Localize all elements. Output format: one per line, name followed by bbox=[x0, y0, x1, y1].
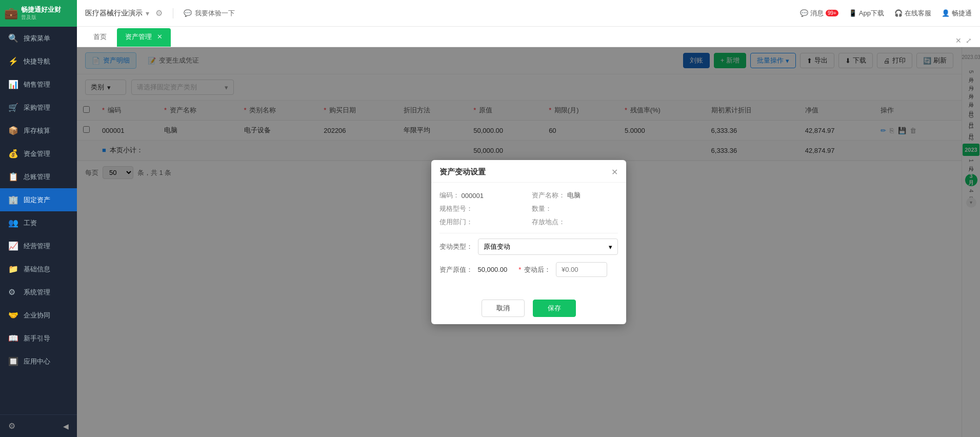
operations-icon: 📈 bbox=[8, 241, 18, 251]
sidebar-item-label: 工资 bbox=[24, 218, 37, 228]
dialog-quantity: 数量： bbox=[532, 204, 618, 213]
app-download-btn[interactable]: 📱 App下载 bbox=[849, 9, 884, 18]
after-change-input[interactable] bbox=[556, 262, 607, 277]
message-btn[interactable]: 💬 消息 99+ bbox=[800, 9, 838, 18]
sidebar-item-enterprise[interactable]: 🤝 企业协同 bbox=[0, 304, 77, 327]
payroll-icon: 👥 bbox=[8, 218, 18, 228]
sidebar-item-label: 新手引导 bbox=[24, 334, 50, 343]
sidebar-header: 💼 畅捷通好业财 普及版 bbox=[0, 0, 77, 27]
sidebar-item-label: 总账管理 bbox=[24, 172, 50, 182]
settings-icon[interactable]: ⚙ bbox=[8, 421, 15, 431]
sidebar-item-label: 库存核算 bbox=[24, 126, 50, 135]
sidebar-item-label: 资金管理 bbox=[24, 149, 50, 158]
user-avatar[interactable]: 👤 畅捷通 bbox=[942, 9, 972, 18]
feedback-btn[interactable]: 💬 我要体验一下 bbox=[184, 9, 235, 18]
original-value-label: 资产原值： bbox=[439, 265, 473, 274]
sidebar-item-finance[interactable]: 💰 资金管理 bbox=[0, 142, 77, 165]
service-icon: 🎧 bbox=[894, 9, 903, 17]
sidebar-item-quicknav[interactable]: ⚡ 快捷导航 bbox=[0, 50, 77, 73]
change-type-select[interactable]: 原值变动 ▾ bbox=[478, 239, 618, 255]
dialog-close-btn[interactable]: ✕ bbox=[611, 167, 618, 177]
app-download-label: App下载 bbox=[859, 9, 884, 18]
company-selector[interactable]: 医疗器械行业演示 ▾ bbox=[85, 9, 149, 18]
cancel-button[interactable]: 取消 bbox=[482, 300, 525, 317]
feedback-icon: 💬 bbox=[184, 9, 192, 17]
change-type-dropdown-icon: ▾ bbox=[609, 243, 612, 251]
sidebar-item-sales[interactable]: 📊 销售管理 bbox=[0, 73, 77, 96]
dialog-info-grid: 编码： 000001 资产名称： 电脑 规格型号： 数量： bbox=[439, 191, 618, 227]
sidebar-item-label: 基础信息 bbox=[24, 265, 50, 274]
sidebar-item-inventory[interactable]: 📦 库存核算 bbox=[0, 119, 77, 142]
service-label: 在线客服 bbox=[905, 9, 931, 18]
sidebar-item-operations[interactable]: 📈 经营管理 bbox=[0, 234, 77, 257]
finance-icon: 💰 bbox=[8, 149, 18, 158]
window-close-icon[interactable]: ✕ bbox=[955, 36, 962, 45]
sidebar-item-label: 应用中心 bbox=[24, 357, 50, 366]
dialog-divider bbox=[439, 233, 618, 233]
sales-icon: 📊 bbox=[8, 80, 18, 89]
topbar-right: 💬 消息 99+ 📱 App下载 🎧 在线客服 👤 畅捷通 bbox=[800, 9, 972, 18]
window-maximize-icon[interactable]: ⤢ bbox=[966, 36, 972, 45]
sidebar-item-guide[interactable]: 📖 新手引导 bbox=[0, 327, 77, 350]
sidebar-item-label: 固定资产 bbox=[24, 195, 50, 205]
quicknav-icon: ⚡ bbox=[8, 56, 18, 66]
topbar-divider bbox=[173, 8, 173, 18]
sidebar-item-label: 企业协同 bbox=[24, 311, 50, 320]
inventory-icon: 📦 bbox=[8, 126, 18, 135]
asset-change-dialog: 资产变动设置 ✕ 编码： 000001 资产名称： 电脑 bbox=[431, 160, 626, 324]
save-button[interactable]: 保存 bbox=[533, 300, 576, 317]
asset-name-value: 电脑 bbox=[567, 191, 581, 200]
settings-gear-icon[interactable]: ⚙ bbox=[155, 8, 163, 18]
tab-home[interactable]: 首页 bbox=[85, 28, 115, 47]
content-area: 📄 资产明细 📝 变更生成凭证 刘账 + 新增 bbox=[77, 47, 980, 437]
topbar: 医疗器械行业演示 ▾ ⚙ 💬 我要体验一下 💬 消息 99+ 📱 App下载 🎧 bbox=[77, 0, 980, 27]
after-label: * 变动后： bbox=[518, 265, 551, 274]
guide-icon: 📖 bbox=[8, 333, 18, 343]
online-service-btn[interactable]: 🎧 在线客服 bbox=[894, 9, 931, 18]
sidebar-item-payroll[interactable]: 👥 工资 bbox=[0, 211, 77, 234]
sidebar-item-label: 系统管理 bbox=[24, 288, 50, 297]
fixed-assets-icon: 🏢 bbox=[8, 195, 18, 205]
change-type-row: 变动类型： 原值变动 ▾ bbox=[439, 239, 618, 255]
user-icon: 👤 bbox=[942, 9, 950, 17]
app-download-icon: 📱 bbox=[849, 9, 857, 17]
tabbar: 首页 资产管理 ✕ ✕ ⤢ bbox=[77, 27, 980, 47]
main-content: 医疗器械行业演示 ▾ ⚙ 💬 我要体验一下 💬 消息 99+ 📱 App下载 🎧 bbox=[77, 0, 980, 437]
sidebar-edition: 普及版 bbox=[21, 14, 61, 21]
dialog-header: 资产变动设置 ✕ bbox=[431, 160, 626, 183]
sidebar-item-ledger[interactable]: 📋 总账管理 bbox=[0, 165, 77, 188]
sidebar-item-label: 采购管理 bbox=[24, 103, 50, 112]
sidebar-logo: 畅捷通好业财 bbox=[21, 6, 61, 14]
search-icon: 🔍 bbox=[8, 33, 18, 43]
dialog-body: 编码： 000001 资产名称： 电脑 规格型号： 数量： bbox=[431, 183, 626, 292]
sidebar-item-search[interactable]: 🔍 搜索菜单 bbox=[0, 27, 77, 50]
dialog-location: 存放地点： bbox=[532, 217, 618, 227]
collapse-icon[interactable]: ◀ bbox=[63, 422, 69, 430]
sidebar-item-purchase[interactable]: 🛒 采购管理 bbox=[0, 96, 77, 119]
sidebar-item-label: 经营管理 bbox=[24, 242, 50, 251]
asset-value-row: 资产原值： 50,000.00 * 变动后： bbox=[439, 262, 618, 277]
dialog-dept: 使用部门： bbox=[439, 217, 526, 227]
dialog-footer: 取消 保存 bbox=[431, 292, 626, 324]
sidebar-item-fixed-assets[interactable]: 🏢 固定资产 bbox=[0, 188, 77, 211]
original-value-display: 50,000.00 bbox=[478, 266, 508, 273]
ledger-icon: 📋 bbox=[8, 172, 18, 182]
username: 畅捷通 bbox=[952, 9, 972, 18]
message-label: 消息 bbox=[810, 9, 824, 18]
sidebar-item-apps[interactable]: 🔲 应用中心 bbox=[0, 350, 77, 373]
message-badge: 99+ bbox=[826, 10, 838, 16]
sidebar-nav: 🔍 搜索菜单 ⚡ 快捷导航 📊 销售管理 🛒 采购管理 📦 库存核算 💰 资金管… bbox=[0, 27, 77, 414]
basic-info-icon: 📁 bbox=[8, 264, 18, 274]
dialog-overlay: 资产变动设置 ✕ 编码： 000001 资产名称： 电脑 bbox=[77, 47, 980, 437]
company-name: 医疗器械行业演示 bbox=[85, 9, 143, 18]
dialog-asset-name: 资产名称： 电脑 bbox=[532, 191, 618, 200]
dialog-spec: 规格型号： bbox=[439, 204, 526, 213]
tab-asset-mgmt[interactable]: 资产管理 ✕ bbox=[117, 28, 171, 47]
tab-close-icon[interactable]: ✕ bbox=[157, 33, 163, 41]
dropdown-icon: ▾ bbox=[146, 9, 149, 17]
dialog-title: 资产变动设置 bbox=[439, 167, 486, 177]
purchase-icon: 🛒 bbox=[8, 103, 18, 112]
sidebar-item-system[interactable]: ⚙ 系统管理 bbox=[0, 281, 77, 304]
sidebar-item-basic-info[interactable]: 📁 基础信息 bbox=[0, 257, 77, 281]
sidebar-item-label: 销售管理 bbox=[24, 80, 50, 89]
